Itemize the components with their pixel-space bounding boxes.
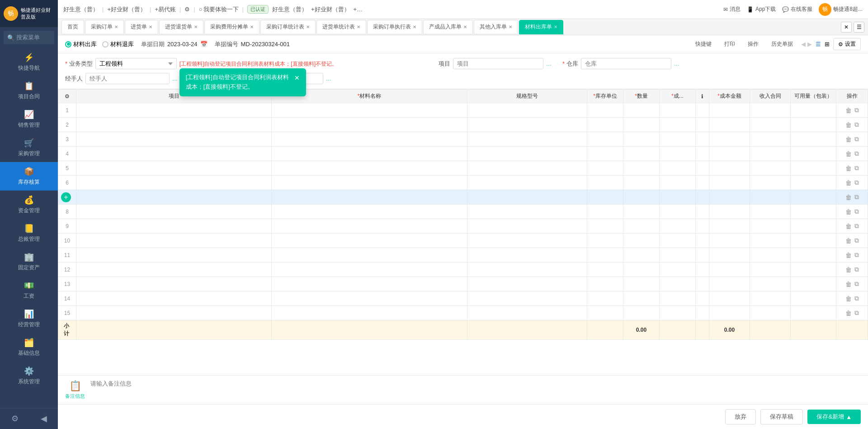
cell-cost[interactable] [660, 176, 696, 190]
cell-avail[interactable] [791, 176, 836, 190]
cell-material[interactable] [272, 248, 467, 262]
cell-qty[interactable] [623, 205, 660, 219]
cell-spec[interactable] [467, 205, 587, 219]
cell-material[interactable] [272, 219, 467, 234]
cell-avail[interactable] [791, 205, 836, 219]
cell-qty[interactable] [623, 219, 660, 234]
cell-cost-amt[interactable] [709, 132, 750, 147]
input-material[interactable] [274, 194, 464, 200]
delete-icon[interactable]: 🗑 [845, 136, 852, 143]
cell-income[interactable] [750, 262, 791, 277]
cell-spec[interactable] [467, 147, 587, 161]
tab-close-other-in[interactable]: ✕ [509, 24, 512, 29]
handler-dots-btn[interactable]: … [172, 76, 178, 82]
cell-project[interactable] [76, 306, 272, 320]
warehouse-input[interactable] [581, 58, 671, 69]
topbar-haoyecai2[interactable]: +好业财（普） [311, 5, 350, 14]
cell-income[interactable] [750, 205, 791, 219]
topbar-more[interactable]: +… [354, 6, 363, 13]
cell-cost-amt[interactable] [709, 176, 750, 190]
cell-qty[interactable] [623, 262, 660, 277]
delete-icon[interactable]: 🗑 [845, 150, 852, 157]
cell-cost-amt[interactable] [709, 190, 750, 205]
tab-material-out[interactable]: 材料出库单 ✕ [519, 20, 563, 34]
copy-icon[interactable]: ⧉ [854, 280, 859, 288]
delete-icon[interactable]: 🗑 [845, 121, 852, 129]
cell-info[interactable] [696, 118, 709, 132]
tab-close-goods-in[interactable]: ✕ [149, 24, 152, 29]
cell-material[interactable] [272, 277, 467, 291]
cell-info[interactable] [696, 234, 709, 248]
copy-icon[interactable]: ⧉ [854, 106, 859, 114]
cell-cost-amt[interactable] [709, 205, 750, 219]
operation-btn[interactable]: 操作 [743, 38, 763, 50]
cell-material[interactable] [272, 161, 467, 176]
copy-icon[interactable]: ⧉ [854, 208, 859, 215]
tab-goods-return[interactable]: 进货退货单 ✕ [159, 20, 203, 34]
calendar-icon[interactable]: 📅 [200, 41, 208, 48]
cell-income[interactable] [750, 190, 791, 205]
tab-close-purchase-order[interactable]: ✕ [114, 24, 118, 29]
cell-info[interactable] [696, 277, 709, 291]
topbar-yidaili[interactable]: +易代账 [155, 5, 176, 14]
cell-info[interactable] [696, 161, 709, 176]
cell-spec[interactable] [467, 161, 587, 176]
cell-info[interactable] [696, 147, 709, 161]
topbar-settings-icon[interactable]: ⚙ [184, 6, 190, 13]
cell-qty[interactable] [623, 291, 660, 306]
sidebar-item-salary[interactable]: 💵 工资 [0, 276, 58, 305]
cell-unit[interactable] [587, 306, 623, 320]
cell-spec[interactable] [467, 248, 587, 262]
tab-goods-in[interactable]: 进货单 ✕ [125, 20, 158, 34]
cell-cost[interactable] [660, 291, 696, 306]
cell-cost-amt[interactable] [709, 103, 750, 118]
cell-avail[interactable] [791, 277, 836, 291]
topbar-haoshengyi2[interactable]: 好生意（普） [272, 5, 307, 14]
cell-cost-amt[interactable] [709, 277, 750, 291]
sidebar-settings-btn[interactable]: ⚙ [9, 412, 20, 425]
delete-icon[interactable]: 🗑 [845, 237, 852, 244]
copy-icon[interactable]: ⧉ [854, 251, 859, 259]
cell-unit[interactable] [587, 190, 623, 205]
cell-qty[interactable] [623, 248, 660, 262]
cell-cost[interactable] [660, 205, 696, 219]
cell-avail[interactable] [791, 190, 836, 205]
cell-cost[interactable] [660, 132, 696, 147]
cell-project[interactable] [76, 248, 272, 262]
topbar-message[interactable]: ✉ 消息 [723, 5, 741, 13]
cell-material[interactable] [272, 118, 467, 132]
delete-icon[interactable]: 🗑 [845, 223, 852, 230]
cell-project[interactable] [76, 205, 272, 219]
view-toggle-grid[interactable]: ⊞ [825, 41, 830, 48]
cell-material[interactable] [272, 205, 467, 219]
cell-cost[interactable] [660, 103, 696, 118]
project-input[interactable] [453, 58, 543, 69]
cell-spec[interactable] [467, 277, 587, 291]
radio-material-out[interactable]: 材料出库 [65, 40, 97, 48]
income-contract-dots-btn[interactable]: … [326, 76, 331, 82]
cell-income[interactable] [750, 291, 791, 306]
cell-material[interactable] [272, 262, 467, 277]
cell-material[interactable] [272, 132, 467, 147]
tab-close-purchase-fee[interactable]: ✕ [250, 24, 254, 29]
cell-cost-amt[interactable] [709, 161, 750, 176]
delete-icon[interactable]: 🗑 [845, 179, 852, 186]
radio-material-return[interactable]: 材料退库 [102, 40, 134, 48]
cell-project[interactable] [76, 219, 272, 234]
cell-cost-amt[interactable] [709, 147, 750, 161]
cell-spec[interactable] [467, 118, 587, 132]
sidebar-collapse-btn[interactable]: ◀ [39, 412, 49, 425]
cell-spec[interactable] [467, 103, 587, 118]
copy-icon[interactable]: ⧉ [854, 135, 859, 143]
sidebar-item-purchase[interactable]: 🛒 采购管理 [0, 133, 58, 162]
cell-material[interactable] [272, 234, 467, 248]
cell-unit[interactable] [587, 234, 623, 248]
cell-info[interactable] [696, 219, 709, 234]
cell-cost[interactable] [660, 219, 696, 234]
cell-project[interactable] [76, 234, 272, 248]
cell-material[interactable] [272, 306, 467, 320]
cell-info[interactable] [696, 132, 709, 147]
discard-button[interactable]: 放弃 [725, 409, 756, 424]
cell-income[interactable] [750, 132, 791, 147]
cell-project[interactable] [76, 277, 272, 291]
